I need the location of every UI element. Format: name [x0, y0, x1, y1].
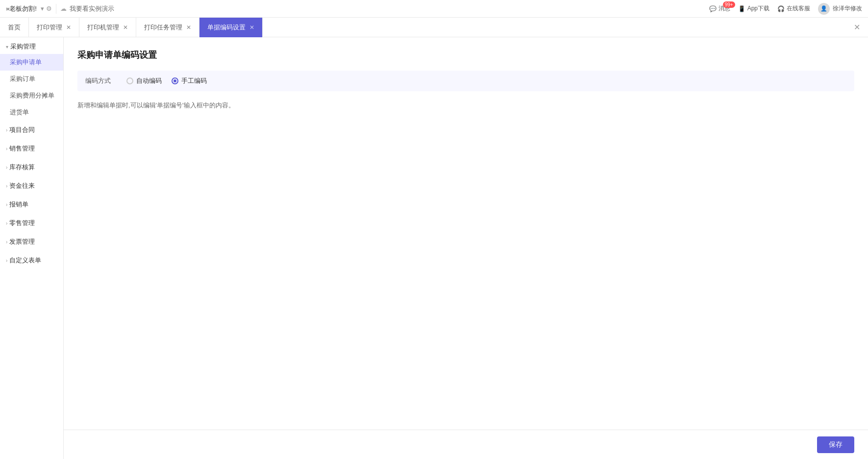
message-button[interactable]: 💬 消息 99+	[709, 4, 730, 13]
tab-bar-close-button[interactable]: ✕	[846, 23, 868, 32]
radio-auto-code[interactable]: 自动编码	[126, 76, 162, 85]
message-badge: 99+	[723, 1, 735, 8]
content-area: 采购申请单编码设置 编码方式 自动编码 手工编码 新	[64, 37, 868, 459]
divider	[56, 4, 56, 14]
chevron-right-icon: ›	[6, 258, 7, 263]
chevron-right-icon: ›	[6, 202, 7, 207]
cloud-icon: ☁	[60, 5, 67, 12]
top-bar-left: »老板勿割! ▾ ⚙ ☁ 我要看实例演示	[6, 4, 114, 14]
sidebar-item-purchase-expense[interactable]: 采购费用分摊单	[0, 87, 63, 104]
radio-group: 自动编码 手工编码	[126, 76, 207, 85]
chevron-right-icon: ›	[6, 146, 7, 152]
sidebar-group-return-label: 报销单	[9, 200, 28, 209]
app-download-label: App下载	[747, 4, 769, 13]
user-info[interactable]: 👤 徐泽华修改	[818, 3, 862, 15]
sidebar-group-invoice-label: 发票管理	[9, 237, 35, 246]
sidebar: ▾ 采购管理 采购申请单 采购订单 采购费用分摊单 进货单 › 项目合同 › 销…	[0, 37, 64, 459]
tab-print-task[interactable]: 打印任务管理 ✕	[136, 18, 199, 37]
tab-printer-manage-close[interactable]: ✕	[123, 24, 128, 31]
content-footer: 保存	[64, 430, 868, 459]
brand-label: »老板勿割!	[6, 4, 37, 13]
radio-manual-circle	[172, 77, 178, 84]
save-button[interactable]: 保存	[817, 436, 854, 453]
sidebar-item-stock-in[interactable]: 进货单	[0, 104, 63, 121]
online-service-button[interactable]: 🎧 在线客服	[777, 4, 810, 13]
sidebar-group-retail-label: 零售管理	[9, 219, 35, 228]
sidebar-group-project-contract[interactable]: › 项目合同	[0, 121, 63, 139]
tab-home[interactable]: 首页	[0, 18, 29, 37]
sidebar-group-sales-manage-label: 销售管理	[9, 144, 35, 153]
sidebar-group-custom-form[interactable]: › 自定义表单	[0, 251, 63, 270]
chevron-right-icon: ›	[6, 239, 7, 245]
top-bar-right: 💬 消息 99+ 📱 App下载 🎧 在线客服 👤 徐泽华修改	[709, 3, 862, 15]
radio-manual-label: 手工编码	[181, 76, 207, 85]
app-download-button[interactable]: 📱 App下载	[738, 4, 769, 13]
sidebar-item-purchase-order[interactable]: 采购订单	[0, 71, 63, 87]
sidebar-group-sales-manage[interactable]: › 销售管理	[0, 139, 63, 158]
sidebar-group-purchase: ▾ 采购管理 采购申请单 采购订单 采购费用分摊单 进货单	[0, 37, 63, 121]
description-text: 新增和编辑单据时,可以编辑'单据编号'输入框中的内容。	[77, 101, 854, 110]
tab-print-task-close[interactable]: ✕	[186, 24, 191, 31]
sidebar-group-purchase-title[interactable]: ▾ 采购管理	[0, 37, 63, 54]
tab-printer-manage[interactable]: 打印机管理 ✕	[79, 18, 136, 37]
chevron-right-icon: ›	[6, 165, 7, 170]
sidebar-item-purchase-order-label: 采购订单	[10, 75, 35, 82]
page-title: 采购申请单编码设置	[77, 49, 854, 61]
tab-barcode-settings[interactable]: 单据编码设置 ✕	[199, 18, 263, 37]
tab-print-manage-close[interactable]: ✕	[66, 24, 71, 31]
settings-icon[interactable]: ⚙	[46, 5, 52, 12]
tab-barcode-settings-label: 单据编码设置	[207, 23, 246, 32]
username-label: 徐泽华修改	[833, 4, 862, 13]
sidebar-group-custom-form-label: 自定义表单	[9, 256, 41, 265]
sidebar-group-purchase-label: 采购管理	[10, 42, 36, 51]
sidebar-group-fund-label: 资金往来	[9, 181, 35, 190]
content-main: 采购申请单编码设置 编码方式 自动编码 手工编码 新	[64, 37, 868, 430]
tab-bar: 首页 打印管理 ✕ 打印机管理 ✕ 打印任务管理 ✕ 单据编码设置 ✕ ✕	[0, 18, 868, 37]
chevron-right-icon: ›	[6, 128, 7, 133]
avatar: 👤	[818, 3, 830, 15]
sidebar-item-purchase-apply-label: 采购申请单	[10, 58, 42, 66]
phone-icon: 📱	[738, 5, 745, 12]
search-area[interactable]: ☁ 我要看实例演示	[60, 4, 114, 13]
sidebar-group-return[interactable]: › 报销单	[0, 195, 63, 214]
code-settings-row: 编码方式 自动编码 手工编码	[77, 71, 854, 91]
top-bar-icons: ▾ ⚙	[41, 5, 52, 12]
tab-home-label: 首页	[8, 23, 21, 32]
tab-barcode-settings-close[interactable]: ✕	[249, 24, 254, 31]
search-label: 我要看实例演示	[70, 4, 114, 13]
top-bar: »老板勿割! ▾ ⚙ ☁ 我要看实例演示 💬 消息 99+ 📱 App下载 🎧 …	[0, 0, 868, 18]
main-layout: ▾ 采购管理 采购申请单 采购订单 采购费用分摊单 进货单 › 项目合同 › 销…	[0, 37, 868, 459]
sidebar-group-inventory-label: 库存核算	[9, 163, 35, 172]
sidebar-group-inventory[interactable]: › 库存核算	[0, 158, 63, 177]
tab-print-manage[interactable]: 打印管理 ✕	[29, 18, 79, 37]
chevron-right-icon: ›	[6, 183, 7, 189]
tab-print-task-label: 打印任务管理	[144, 23, 182, 32]
sidebar-item-purchase-expense-label: 采购费用分摊单	[10, 92, 54, 99]
tab-printer-manage-label: 打印机管理	[87, 23, 119, 32]
sidebar-item-stock-in-label: 进货单	[10, 108, 29, 116]
radio-manual-code[interactable]: 手工编码	[172, 76, 207, 85]
sidebar-group-project-contract-label: 项目合同	[9, 126, 35, 134]
radio-auto-label: 自动编码	[136, 76, 162, 85]
online-service-label: 在线客服	[787, 4, 810, 13]
sidebar-group-fund[interactable]: › 资金往来	[0, 177, 63, 195]
sidebar-group-retail[interactable]: › 零售管理	[0, 214, 63, 232]
sidebar-item-purchase-apply[interactable]: 采购申请单	[0, 54, 63, 71]
sidebar-group-invoice[interactable]: › 发票管理	[0, 232, 63, 251]
message-icon: 💬	[709, 5, 717, 12]
chevron-down-icon: ▾	[6, 44, 8, 50]
radio-auto-circle	[126, 77, 133, 84]
headset-icon: 🎧	[777, 5, 785, 12]
dropdown-icon[interactable]: ▾	[41, 5, 44, 12]
chevron-right-icon: ›	[6, 221, 7, 226]
code-settings-label: 编码方式	[85, 76, 115, 85]
tab-print-manage-label: 打印管理	[37, 23, 62, 32]
